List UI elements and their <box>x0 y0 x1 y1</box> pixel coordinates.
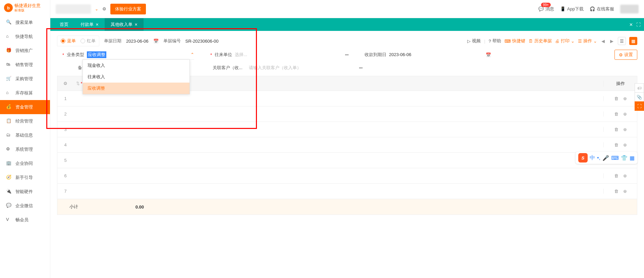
related-input[interactable] <box>249 64 356 72</box>
history-link[interactable]: 🗓历史单据 <box>529 38 552 44</box>
sidebar-item-inventory[interactable]: ⌂库存核算 <box>0 86 50 100</box>
delete-icon[interactable]: 🗑 <box>614 111 619 117</box>
sidebar-item-wecom[interactable]: 💬企业微信 <box>0 199 50 213</box>
tab-payment[interactable]: 付款单✕ <box>74 18 105 31</box>
ime-skin-icon[interactable]: 👕 <box>621 155 628 161</box>
expand-icon[interactable]: ⛶ <box>636 22 641 27</box>
sidebar-item-collab[interactable]: 🏢企业协同 <box>0 156 50 171</box>
side-tab-attach[interactable]: 📎 <box>635 92 644 102</box>
more-icon[interactable]: ••• <box>345 52 348 57</box>
support-link[interactable]: 🎧在线客服 <box>590 6 614 12</box>
more-icon[interactable]: ••• <box>359 65 363 71</box>
chevron-down-icon: ⌄ <box>571 39 575 44</box>
partner-label: 往来单位 <box>215 52 232 58</box>
delete-icon[interactable]: 🗑 <box>614 173 619 178</box>
chevron-down-icon[interactable]: ⌄ <box>95 7 98 11</box>
delete-icon[interactable]: 🗑 <box>614 189 619 194</box>
sidebar-item-quicknav[interactable]: ⌂快捷导航 <box>0 30 50 44</box>
sidebar-item-purchase[interactable]: 🛒采购管理 <box>0 72 50 86</box>
org-selector-blurred[interactable] <box>56 4 91 14</box>
related-field[interactable]: 关联客户（收... ••• <box>213 64 363 72</box>
ops-header: 操作 <box>603 81 637 87</box>
trial-button[interactable]: 体验行业方案 <box>110 4 146 14</box>
next-button[interactable]: ▶ <box>609 38 614 44</box>
gear-icon[interactable]: ⚙ <box>102 6 106 11</box>
shortcut-link[interactable]: ⌨快捷键 <box>504 38 525 44</box>
sidebar-item-basicinfo[interactable]: 🗂基础信息 <box>0 128 50 142</box>
prev-button[interactable]: ◀ <box>600 38 606 44</box>
search-icon: 🔍 <box>6 19 12 26</box>
sidebar-item-marketing[interactable]: 🎁营销推广 <box>0 44 50 58</box>
video-link[interactable]: ▷视频 <box>467 38 481 44</box>
calendar-icon[interactable]: 📅 <box>486 52 491 57</box>
table-row[interactable]: 4🗑⊕ <box>57 137 637 153</box>
user-avatar-blurred[interactable] <box>620 5 639 13</box>
list-view-button[interactable]: ☰ <box>618 37 626 45</box>
delete-icon[interactable]: 🗑 <box>614 127 619 132</box>
ime-keyboard-icon[interactable]: ⌨ <box>611 155 619 161</box>
settings-button[interactable]: ⚙设置 <box>614 50 637 60</box>
print-link[interactable]: 🖨打印⌄ <box>555 38 575 44</box>
doc-date-value[interactable]: 2023-06-06 <box>126 39 149 44</box>
biztype-field[interactable]: * 业务类型 应收调整 ⌃ 现金收入 往来收入 应收调整 <box>62 50 194 60</box>
sidebar-item-search[interactable]: 🔍搜索菜单 <box>0 15 50 30</box>
topbar: ⌄ ⚙ 体验行业方案 💬 99+ 消息 📱App下载 🎧在线客服 <box>50 0 644 18</box>
sidebar-item-finance[interactable]: 💰资金管理 <box>0 100 50 114</box>
close-icon[interactable]: ✕ <box>96 22 99 27</box>
sidebar-item-member[interactable]: V畅会员 <box>0 213 50 227</box>
chat-icon: 💬 <box>6 203 12 209</box>
delete-icon[interactable]: 🗑 <box>614 142 619 147</box>
ime-toolbox-icon[interactable]: ▦ <box>630 155 635 161</box>
vip-icon: V <box>6 217 12 223</box>
copy-icon[interactable]: ⊕ <box>623 142 627 147</box>
radio-red[interactable]: 红单 <box>80 38 96 44</box>
ime-bar[interactable]: S 中 •, 🎤 ⌨ 👕 ▦ <box>576 152 637 164</box>
due-date-field[interactable]: 收款到期日 📅 <box>365 51 491 59</box>
copy-icon[interactable]: ⊕ <box>623 96 627 101</box>
cart-icon: 🛒 <box>6 76 12 82</box>
brand-edition: 标准版 <box>14 8 41 12</box>
side-tab-notes[interactable]: 🏷 <box>635 83 644 93</box>
messages-link[interactable]: 💬 99+ 消息 <box>538 6 554 12</box>
close-all-icon[interactable]: ✕ <box>629 22 633 27</box>
table-row[interactable]: 2🗑⊕ <box>57 106 637 122</box>
dropdown-item-cash[interactable]: 现金收入 <box>83 60 190 71</box>
ime-lang[interactable]: 中 <box>590 154 595 161</box>
partner-field[interactable]: * 往来单位 ••• <box>210 51 348 59</box>
copy-icon[interactable]: ⊕ <box>623 111 627 117</box>
table-row[interactable]: 5🗑⊕ <box>57 153 637 168</box>
tab-home[interactable]: 首页 <box>54 18 74 31</box>
help-link[interactable]: ?帮助 <box>489 38 501 44</box>
chevron-up-icon[interactable]: ⌃ <box>191 52 194 57</box>
sidebar-item-system[interactable]: ⚙系统管理 <box>0 142 50 156</box>
table-row[interactable]: 3🗑⊕ <box>57 122 637 137</box>
copy-icon[interactable]: ⊕ <box>623 189 627 194</box>
dropdown-item-adjust[interactable]: 应收调整 <box>83 83 190 94</box>
calendar-icon[interactable]: 📅 <box>153 39 159 44</box>
table-settings-icon[interactable]: ⚙ <box>57 81 73 86</box>
delete-icon[interactable]: 🗑 <box>614 96 619 101</box>
close-icon[interactable]: ✕ <box>135 22 138 27</box>
table-row[interactable]: 7🗑⊕ <box>57 184 637 199</box>
sidebar-item-operation[interactable]: 📋经营管理 <box>0 114 50 128</box>
ime-punct-icon[interactable]: •, <box>597 155 600 161</box>
app-download-link[interactable]: 📱App下载 <box>560 6 584 12</box>
radio-blue[interactable]: 蓝单 <box>61 38 76 44</box>
play-icon: ▷ <box>467 39 471 44</box>
dropdown-item-receivable[interactable]: 往来收入 <box>83 71 190 83</box>
copy-icon[interactable]: ⊕ <box>623 127 627 132</box>
due-input[interactable] <box>389 51 483 59</box>
side-tab-expand[interactable]: ⛶ <box>635 101 644 111</box>
tab-other-income[interactable]: 其他收入单✕ <box>105 18 144 31</box>
partner-input[interactable] <box>235 51 342 59</box>
copy-icon[interactable]: ⊕ <box>623 173 627 178</box>
operate-link[interactable]: ☰操作⌄ <box>578 38 597 44</box>
sidebar-item-hardware[interactable]: 🔌智能硬件 <box>0 185 50 199</box>
table-row[interactable]: 6🗑⊕ <box>57 168 637 184</box>
card-view-button[interactable]: ▦ <box>629 37 637 45</box>
ime-mic-icon[interactable]: 🎤 <box>602 155 609 161</box>
sidebar-item-sales[interactable]: 🛍销售管理 <box>0 58 50 72</box>
bag-icon: 🛍 <box>6 62 12 68</box>
box-icon: ⌂ <box>6 90 12 96</box>
sidebar-item-guide[interactable]: 🧭新手引导 <box>0 171 50 185</box>
